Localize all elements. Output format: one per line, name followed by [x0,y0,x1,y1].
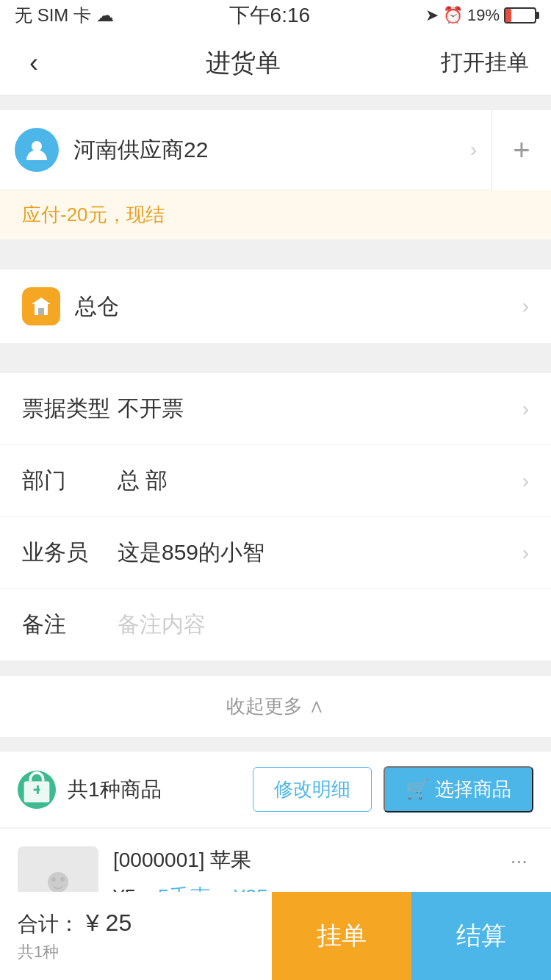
supplier-name: 河南供应商22 [73,135,463,165]
remark-row[interactable]: 备注 备注内容 [0,589,551,661]
battery-fill [505,9,511,22]
modify-details-button[interactable]: 修改明细 [253,767,372,812]
products-count: 共1种商品 [68,776,253,804]
products-icon [18,771,56,809]
invoice-type-label: 票据类型 [22,394,118,424]
svg-point-7 [60,877,65,882]
warehouse-icon [22,287,60,325]
salesperson-row[interactable]: 业务员 这是859的小智 › [0,517,551,589]
total-section: 合计： ¥ 25 共1种 [0,892,272,980]
form-section: 票据类型 不开票 › 部门 总 部 › 业务员 这是859的小智 › 备注 备注… [0,359,551,661]
salesperson-label: 业务员 [22,538,118,568]
section-gap-1 [0,96,551,110]
remark-label: 备注 [22,610,118,640]
chevron-right-icon: › [470,138,477,162]
svg-point-6 [51,877,56,882]
add-supplier-button[interactable]: + [492,110,551,190]
page-title: 进货单 [206,46,281,80]
chevron-right-icon-invoice: › [522,397,529,421]
supplier-avatar [15,128,59,172]
status-time: 下午6:16 [229,1,311,29]
alarm-icon: ⏰ [443,6,463,25]
total-value: ¥ 25 [86,909,132,936]
product-name: [0000001] 苹果 [113,846,505,874]
warehouse-row[interactable]: 总仓 › [0,270,551,344]
chevron-right-icon-warehouse: › [522,295,529,318]
nav-bar: ‹ 进货单 打开挂单 [0,31,551,96]
open-hang-button[interactable]: 打开挂单 [441,48,529,78]
product-more-button[interactable]: ··· [505,846,533,876]
total-amount: 合计： ¥ 25 [18,909,254,938]
total-label: 合计： [18,912,79,935]
salesperson-value: 这是859的小智 [118,538,515,568]
bottom-bar: 合计： ¥ 25 共1种 挂单 结算 [0,892,551,980]
department-value: 总 部 [118,466,515,496]
select-product-label: 选择商品 [435,777,511,802]
sim-status: 无 SIM 卡 ☁ [15,4,114,27]
warehouse-name: 总仓 [75,292,515,322]
collapse-bar[interactable]: 收起更多 ∧ [0,676,551,737]
cart-icon: 🛒 [406,778,429,801]
chevron-right-icon-dept: › [522,469,529,493]
status-right: ➤ ⏰ 19% [425,6,536,25]
chevron-right-icon-sales: › [522,541,529,565]
department-row[interactable]: 部门 总 部 › [0,445,551,517]
supplier-section: 河南供应商22 › + [0,110,551,190]
back-button[interactable]: ‹ [22,40,46,86]
remark-value: 备注内容 [118,610,529,640]
supplier-select-row[interactable]: 河南供应商22 › [0,110,491,190]
total-count: 共1种 [18,941,254,963]
status-left: 无 SIM 卡 ☁ [15,4,114,27]
battery-icon [504,7,536,24]
location-icon: ➤ [425,6,439,25]
status-bar: 无 SIM 卡 ☁ 下午6:16 ➤ ⏰ 19% [0,0,551,31]
department-label: 部门 [22,466,118,496]
svg-point-5 [48,872,68,893]
svg-rect-1 [38,308,44,315]
svg-rect-4 [37,785,39,794]
invoice-type-value: 不开票 [118,394,515,424]
invoice-type-row[interactable]: 票据类型 不开票 › [0,373,551,445]
battery-text: 19% [467,6,500,25]
section-gap-3 [0,359,551,373]
hang-order-button[interactable]: 挂单 [272,892,411,980]
svg-point-0 [32,141,42,151]
section-gap-2 [0,255,551,270]
select-product-button[interactable]: 🛒 选择商品 [383,766,533,813]
products-header: 共1种商品 修改明细 🛒 选择商品 [0,752,551,827]
checkout-button[interactable]: 结算 [411,892,551,980]
warehouse-section: 总仓 › [0,255,551,344]
notice-bar: 应付-20元，现结 [0,190,551,240]
